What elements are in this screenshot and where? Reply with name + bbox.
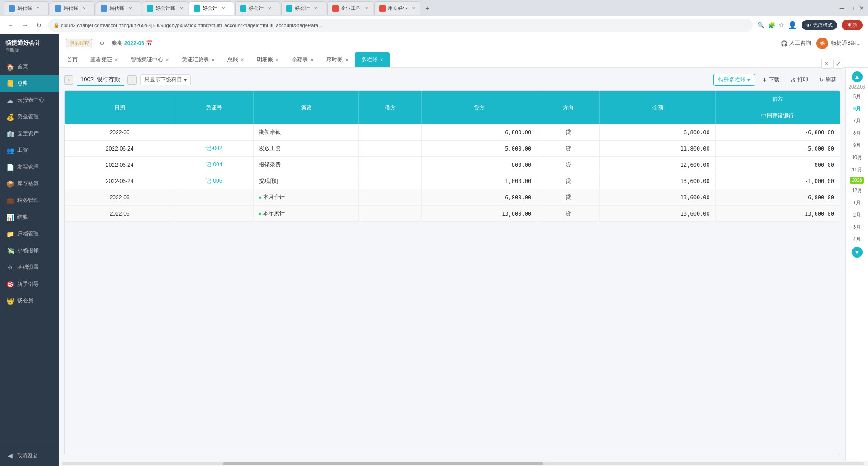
cal-month-0[interactable]: 5月 xyxy=(846,90,868,103)
cal-month-10[interactable]: 3月 xyxy=(846,221,868,233)
page-tab-close-5[interactable]: ✕ xyxy=(275,57,279,62)
search-icon[interactable]: 🔍 xyxy=(757,22,764,28)
download-btn[interactable]: ⬇ 下载 xyxy=(759,74,783,85)
cal-month-4[interactable]: 9月 xyxy=(846,139,868,151)
page-tab-close-1[interactable]: ✕ xyxy=(114,57,118,62)
filter-select[interactable]: 只显示下级科目 ▾ xyxy=(140,74,191,85)
page-tab-8[interactable]: 多栏账✕ xyxy=(355,52,390,68)
browser-tab-t1[interactable]: 易代账 ✕ xyxy=(4,1,49,15)
page-tab-3[interactable]: 凭证汇总表✕ xyxy=(175,52,221,68)
page-tab-2[interactable]: 智能凭证中心✕ xyxy=(124,52,175,68)
sidebar-item-11[interactable]: 💸 小畅报销 xyxy=(0,242,59,259)
sidebar-item-7[interactable]: 📦 库存核算 xyxy=(0,175,59,192)
tab-close-icon[interactable]: ✕ xyxy=(36,6,40,11)
reload-btn[interactable]: ↻ xyxy=(34,20,43,31)
consult-btn[interactable]: 🎧 人工咨询 xyxy=(781,39,811,47)
cell-balance: 13,600.00 xyxy=(600,206,716,222)
page-tab-close-4[interactable]: ✕ xyxy=(241,57,244,62)
cal-month-7[interactable]: 12月 xyxy=(846,184,868,197)
settings-icon[interactable]: ⚙ xyxy=(99,40,104,47)
sidebar-item-2[interactable]: ☁ 云报表中心 xyxy=(0,92,59,108)
tab-close-icon[interactable]: ✕ xyxy=(365,6,368,11)
sidebar-item-10[interactable]: 📁 归档管理 xyxy=(0,226,59,242)
minimize-btn[interactable]: ─ xyxy=(840,4,844,12)
browser-tab-t6[interactable]: 好会计 ✕ xyxy=(235,1,280,15)
expand-panel-btn[interactable]: ⤢ xyxy=(833,59,843,69)
maximize-btn[interactable]: □ xyxy=(850,5,854,12)
tab-close-icon[interactable]: ✕ xyxy=(128,6,132,11)
close-panel-btn[interactable]: ✕ xyxy=(821,59,831,69)
refresh-btn[interactable]: ↻ 刷新 xyxy=(816,74,840,85)
print-btn[interactable]: 🖨 打印 xyxy=(787,74,812,85)
cal-month-9[interactable]: 2月 xyxy=(846,209,868,221)
browser-tab-t2[interactable]: 易代账 ✕ xyxy=(50,1,95,15)
back-btn[interactable]: ← xyxy=(5,20,15,31)
sidebar-item-1[interactable]: 📒 总账 xyxy=(0,75,59,92)
page-tab-close-8[interactable]: ✕ xyxy=(380,57,383,62)
page-tab-7[interactable]: 序时账✕ xyxy=(320,52,355,68)
page-tab-0[interactable]: 首页 xyxy=(61,52,84,68)
cal-scroll-up[interactable]: ▲ xyxy=(852,71,863,82)
ext-icon[interactable]: 🧩 xyxy=(768,22,775,28)
page-tab-close-7[interactable]: ✕ xyxy=(345,57,349,62)
voucher-link[interactable]: 记-002 xyxy=(206,145,222,151)
nav-label-14: 畅会员 xyxy=(17,297,33,305)
browser-tab-t8[interactable]: 企业工作 ✕ xyxy=(327,1,373,15)
sidebar-item-8[interactable]: 💼 税务管理 xyxy=(0,192,59,209)
page-tab-close-2[interactable]: ✕ xyxy=(165,57,169,62)
cal-month-5[interactable]: 10月 xyxy=(846,151,868,164)
page-tab-5[interactable]: 明细账✕ xyxy=(250,52,285,68)
forward-btn[interactable]: → xyxy=(20,20,30,31)
sidebar-item-6[interactable]: 📄 发票管理 xyxy=(0,159,59,175)
cal-month-3[interactable]: 8月 xyxy=(846,127,868,139)
tab-close-icon[interactable]: ✕ xyxy=(314,6,317,11)
sidebar-item-9[interactable]: 📊 结账 xyxy=(0,209,59,226)
calendar-icon[interactable]: 📅 xyxy=(146,40,153,47)
browser-tab-t5[interactable]: 好会计 ✕ xyxy=(189,1,234,15)
page-tab-close-3[interactable]: ✕ xyxy=(211,57,215,62)
page-tab-4[interactable]: 总账✕ xyxy=(221,52,250,68)
new-tab-btn[interactable]: + xyxy=(421,2,434,15)
sidebar-item-0[interactable]: 🏠 首页 xyxy=(0,58,59,75)
unpin-btn[interactable]: ◀ 取消固定 xyxy=(0,449,59,462)
browser-tab-t3[interactable]: 易代账 ✕ xyxy=(96,1,141,15)
sidebar-item-13[interactable]: 🎯 新手引导 xyxy=(0,276,59,292)
url-box[interactable]: 🔒 cloud2.chanjet.com/accounting/uh26t264… xyxy=(48,19,753,32)
bookmark-icon[interactable]: ☆ xyxy=(779,22,784,28)
cal-scroll-down[interactable]: ▼ xyxy=(852,247,863,258)
cell-voucher[interactable]: 记-004 xyxy=(175,157,253,173)
sidebar-item-12[interactable]: ⚙ 基础设置 xyxy=(0,259,59,276)
page-tab-1[interactable]: 查看凭证✕ xyxy=(84,52,124,68)
prev-account-btn[interactable]: ‹ xyxy=(64,75,73,85)
voucher-link[interactable]: 记-004 xyxy=(206,161,222,168)
cell-voucher[interactable]: 记-006 xyxy=(175,173,253,189)
special-multi-btn[interactable]: 特殊多栏账 ▾ xyxy=(713,74,755,86)
update-btn[interactable]: 更新 xyxy=(842,20,863,30)
tab-close-icon[interactable]: ✕ xyxy=(268,6,271,11)
close-btn[interactable]: ✕ xyxy=(859,5,864,12)
th-extra-group: 借方 xyxy=(715,91,840,108)
tab-close-icon[interactable]: ✕ xyxy=(179,6,183,11)
tab-close-icon[interactable]: ✕ xyxy=(82,6,86,11)
cal-month-1[interactable]: 6月 xyxy=(846,103,868,115)
browser-tab-t4[interactable]: 好会计账 ✕ xyxy=(142,1,188,15)
browser-tab-t7[interactable]: 好会计 ✕ xyxy=(281,1,326,15)
tab-close-icon[interactable]: ✕ xyxy=(412,6,415,11)
sidebar-item-5[interactable]: 👥 工资 xyxy=(0,142,59,159)
profile-icon[interactable]: 👤 xyxy=(788,21,797,29)
sidebar-item-14[interactable]: 👑 畅会员 xyxy=(0,292,59,309)
sidebar-item-3[interactable]: 💰 资金管理 xyxy=(0,108,59,125)
cal-month-8[interactable]: 1月 xyxy=(846,197,868,209)
cell-voucher[interactable]: 记-002 xyxy=(175,141,253,157)
browser-tab-t9[interactable]: 用友好业 ✕ xyxy=(374,1,420,15)
no-trace-btn[interactable]: 👁 无痕模式 xyxy=(802,20,837,30)
next-account-btn[interactable]: › xyxy=(127,75,137,85)
cal-month-11[interactable]: 4月 xyxy=(846,233,868,245)
cal-month-6[interactable]: 11月 xyxy=(846,164,868,176)
cal-month-2[interactable]: 7月 xyxy=(846,115,868,127)
voucher-link[interactable]: 记-006 xyxy=(206,178,222,184)
page-tab-close-6[interactable]: ✕ xyxy=(310,57,314,62)
page-tab-6[interactable]: 余额表✕ xyxy=(285,52,320,68)
sidebar-item-4[interactable]: 🏢 固定资产 xyxy=(0,125,59,142)
tab-close-icon[interactable]: ✕ xyxy=(222,6,225,11)
